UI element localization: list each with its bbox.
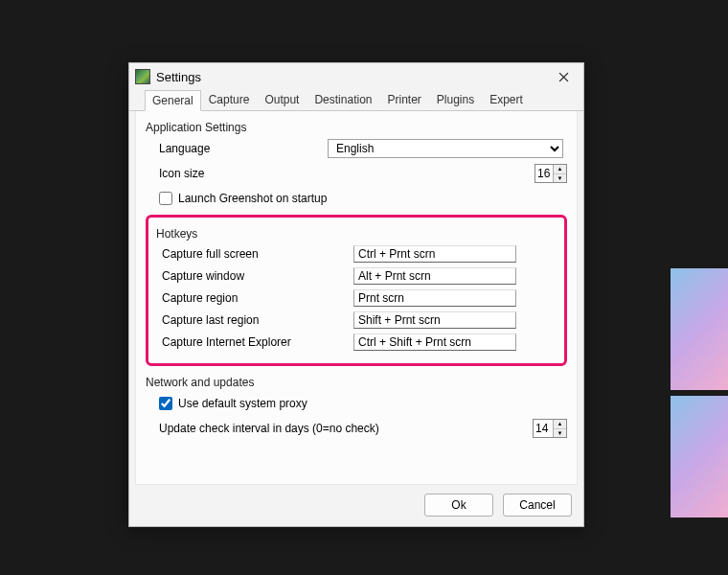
hotkey-ie-input[interactable] <box>353 334 516 351</box>
update-interval-stepper[interactable]: ▲ ▼ <box>533 419 567 438</box>
language-select[interactable]: English <box>328 139 563 158</box>
hotkey-row-ie: Capture Internet Explorer <box>152 334 557 351</box>
titlebar: Settings <box>129 63 583 90</box>
update-interval-label: Update check interval in days (0=no chec… <box>146 422 395 435</box>
settings-window: Settings General Capture Output Destinat… <box>128 62 584 527</box>
tab-plugins[interactable]: Plugins <box>429 89 482 110</box>
tab-destination[interactable]: Destination <box>307 89 379 110</box>
hotkey-label: Capture Internet Explorer <box>152 335 353 349</box>
dialog-buttons: Ok Cancel <box>424 494 572 517</box>
update-interval-row: Update check interval in days (0=no chec… <box>146 418 567 439</box>
window-title: Settings <box>156 70 549 84</box>
hotkey-full-screen-input[interactable] <box>353 245 516 263</box>
use-default-proxy-label: Use default system proxy <box>178 397 307 410</box>
update-interval-input[interactable] <box>534 420 553 437</box>
language-label: Language <box>146 142 328 155</box>
close-icon <box>558 72 569 82</box>
network-group: Network and updates Use default system p… <box>146 376 567 439</box>
hotkey-label: Capture full screen <box>152 247 353 261</box>
spin-down-icon[interactable]: ▼ <box>554 429 566 438</box>
tab-output[interactable]: Output <box>257 89 307 110</box>
hotkey-row-region: Capture region <box>152 289 557 307</box>
hotkeys-group-highlighted: Hotkeys Capture full screen Capture wind… <box>146 215 567 366</box>
cancel-button[interactable]: Cancel <box>503 494 572 517</box>
windows-logo-decoration <box>671 268 728 518</box>
hotkey-row-full-screen: Capture full screen <box>152 245 557 263</box>
launch-on-startup-checkbox[interactable] <box>159 192 172 205</box>
tab-capture[interactable]: Capture <box>201 89 258 110</box>
launch-on-startup-label: Launch Greenshot on startup <box>178 192 327 205</box>
spin-up-icon[interactable]: ▲ <box>554 420 566 429</box>
tab-general[interactable]: General <box>145 90 201 111</box>
app-icon <box>135 69 150 84</box>
network-title: Network and updates <box>146 376 567 389</box>
hotkey-row-last-region: Capture last region <box>152 311 557 329</box>
icon-size-row: Icon size ▲ ▼ <box>146 163 567 184</box>
hotkeys-title: Hotkeys <box>156 227 557 241</box>
app-settings-title: Application Settings <box>146 121 567 134</box>
icon-size-stepper[interactable]: ▲ ▼ <box>535 164 567 183</box>
hotkey-last-region-input[interactable] <box>353 311 516 329</box>
general-panel: Application Settings Language English Ic… <box>135 111 578 485</box>
tab-expert[interactable]: Expert <box>482 89 531 110</box>
hotkey-window-input[interactable] <box>353 267 516 285</box>
hotkey-label: Capture region <box>152 291 353 305</box>
close-button[interactable] <box>549 67 578 86</box>
use-default-proxy-row: Use default system proxy <box>146 393 567 414</box>
language-row: Language English <box>146 138 567 159</box>
spin-up-icon[interactable]: ▲ <box>554 165 566 174</box>
use-default-proxy-checkbox[interactable] <box>159 397 172 410</box>
tab-printer[interactable]: Printer <box>379 89 428 110</box>
hotkey-label: Capture last region <box>152 313 353 327</box>
icon-size-input[interactable] <box>535 165 553 182</box>
icon-size-label: Icon size <box>146 167 328 180</box>
spin-down-icon[interactable]: ▼ <box>554 174 566 183</box>
hotkey-row-window: Capture window <box>152 267 557 285</box>
ok-button[interactable]: Ok <box>424 494 493 517</box>
launch-on-startup-row: Launch Greenshot on startup <box>146 188 567 209</box>
tab-bar: General Capture Output Destination Print… <box>129 90 583 111</box>
hotkey-region-input[interactable] <box>353 289 516 307</box>
hotkey-label: Capture window <box>152 269 353 283</box>
